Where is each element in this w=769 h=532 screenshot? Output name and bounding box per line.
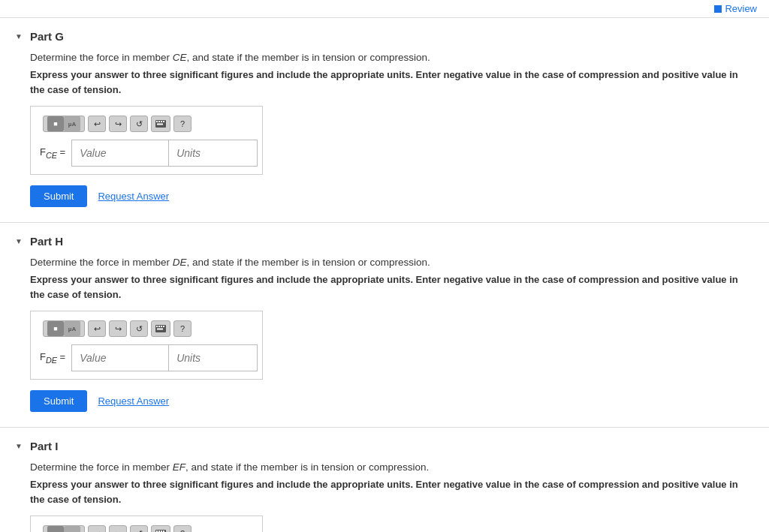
section-header-part-h: ▼ Part H xyxy=(15,235,754,248)
svg-rect-4 xyxy=(163,121,164,122)
review-link[interactable]: Review xyxy=(714,3,757,14)
part-title-part-h: Part H xyxy=(30,235,63,248)
input-row-part-g: FCE = xyxy=(40,140,253,167)
part-i: ▼ Part I Determine the force in member E… xyxy=(0,428,769,532)
btn-row-part-g: Submit Request Answer xyxy=(15,185,754,207)
part-title-part-i: Part I xyxy=(30,440,59,452)
value-input-part-h[interactable] xyxy=(71,344,169,371)
keyboard-btn-part-i[interactable] xyxy=(151,525,170,532)
review-label: Review xyxy=(725,3,757,14)
refresh-btn-part-h[interactable]: ↺ xyxy=(130,320,148,337)
help-btn-part-g[interactable]: ? xyxy=(173,116,191,132)
request-answer-btn-part-h[interactable]: Request Answer xyxy=(98,395,169,407)
section-desc-part-h: Determine the force in member DE, and st… xyxy=(15,257,754,268)
symbol-btn-part-h[interactable]: ■µA xyxy=(43,320,85,337)
symbol-icon-light: µA xyxy=(64,116,80,131)
redo-btn-part-i[interactable]: ↪ xyxy=(109,525,127,532)
input-box-part-i: ■µA ↩ ↪ ↺ ? FEF = xyxy=(30,515,263,532)
submit-btn-part-g[interactable]: Submit xyxy=(30,185,87,207)
keyboard-btn-part-h[interactable] xyxy=(151,320,170,337)
formula-label-part-h: FDE = xyxy=(40,351,65,365)
redo-btn-part-h[interactable]: ↪ xyxy=(109,320,127,337)
input-row-part-h: FDE = xyxy=(40,344,253,371)
symbol-btn-part-i[interactable]: ■µA xyxy=(43,525,85,532)
btn-row-part-h: Submit Request Answer xyxy=(15,390,754,412)
input-box-part-h: ■µA ↩ ↪ ↺ ? FDE = xyxy=(30,311,263,380)
submit-btn-part-h[interactable]: Submit xyxy=(30,390,87,412)
svg-rect-1 xyxy=(156,121,158,122)
refresh-btn-part-i[interactable]: ↺ xyxy=(130,525,148,532)
units-input-part-h[interactable] xyxy=(169,344,258,371)
svg-rect-2 xyxy=(158,121,160,122)
part-title-part-g: Part G xyxy=(30,30,64,43)
chevron-icon-part-i[interactable]: ▼ xyxy=(15,442,23,450)
input-box-part-g: ■µA ↩ ↪ ↺ ? FCE = xyxy=(30,106,263,175)
part-h: ▼ Part H Determine the force in member D… xyxy=(0,223,769,428)
part-g: ▼ Part G Determine the force in member C… xyxy=(0,18,769,223)
chevron-icon-part-g[interactable]: ▼ xyxy=(15,32,23,41)
undo-btn-part-h[interactable]: ↩ xyxy=(88,320,106,337)
section-header-part-i: ▼ Part I xyxy=(15,440,754,452)
chevron-icon-part-h[interactable]: ▼ xyxy=(15,237,23,245)
svg-rect-10 xyxy=(163,326,164,327)
toolbar-part-h: ■µA ↩ ↪ ↺ ? xyxy=(40,319,253,338)
section-header-part-g: ▼ Part G xyxy=(15,30,754,43)
symbol-icon-dark: ■ xyxy=(47,321,64,336)
svg-rect-3 xyxy=(161,121,162,122)
toolbar-part-g: ■µA ↩ ↪ ↺ ? xyxy=(40,114,253,134)
undo-btn-part-g[interactable]: ↩ xyxy=(88,116,106,132)
keyboard-btn-part-g[interactable] xyxy=(151,116,170,132)
section-desc-part-i: Determine the force in member EF, and st… xyxy=(15,461,754,473)
symbol-btn-part-g[interactable]: ■µA xyxy=(43,116,85,132)
symbol-icon-light: µA xyxy=(64,526,80,532)
svg-rect-9 xyxy=(161,326,162,327)
keyboard-icon xyxy=(155,120,166,128)
svg-rect-11 xyxy=(157,329,163,330)
value-input-part-g[interactable] xyxy=(71,140,169,167)
section-desc-part-g: Determine the force in member CE, and st… xyxy=(15,52,754,63)
symbol-icon-dark: ■ xyxy=(47,526,64,532)
request-answer-btn-part-g[interactable]: Request Answer xyxy=(98,191,169,202)
section-instruction-part-i: Express your answer to three significant… xyxy=(15,477,754,506)
toolbar-part-i: ■µA ↩ ↪ ↺ ? xyxy=(40,524,253,532)
formula-label-part-g: FCE = xyxy=(40,146,65,160)
symbol-icon-light: µA xyxy=(64,321,80,336)
undo-btn-part-i[interactable]: ↩ xyxy=(88,525,106,532)
svg-rect-7 xyxy=(156,326,158,327)
review-icon xyxy=(714,5,722,13)
section-instruction-part-g: Express your answer to three significant… xyxy=(15,68,754,97)
refresh-btn-part-g[interactable]: ↺ xyxy=(130,116,148,132)
svg-rect-8 xyxy=(158,326,160,327)
top-bar: Review xyxy=(0,0,769,18)
help-btn-part-i[interactable]: ? xyxy=(173,525,191,532)
redo-btn-part-g[interactable]: ↪ xyxy=(109,116,127,132)
keyboard-icon xyxy=(155,325,166,332)
svg-rect-5 xyxy=(157,124,163,125)
units-input-part-g[interactable] xyxy=(169,140,258,167)
symbol-icon-dark: ■ xyxy=(47,116,64,131)
help-btn-part-h[interactable]: ? xyxy=(173,320,191,337)
sections-container: ▼ Part G Determine the force in member C… xyxy=(0,18,769,532)
section-instruction-part-h: Express your answer to three significant… xyxy=(15,272,754,302)
